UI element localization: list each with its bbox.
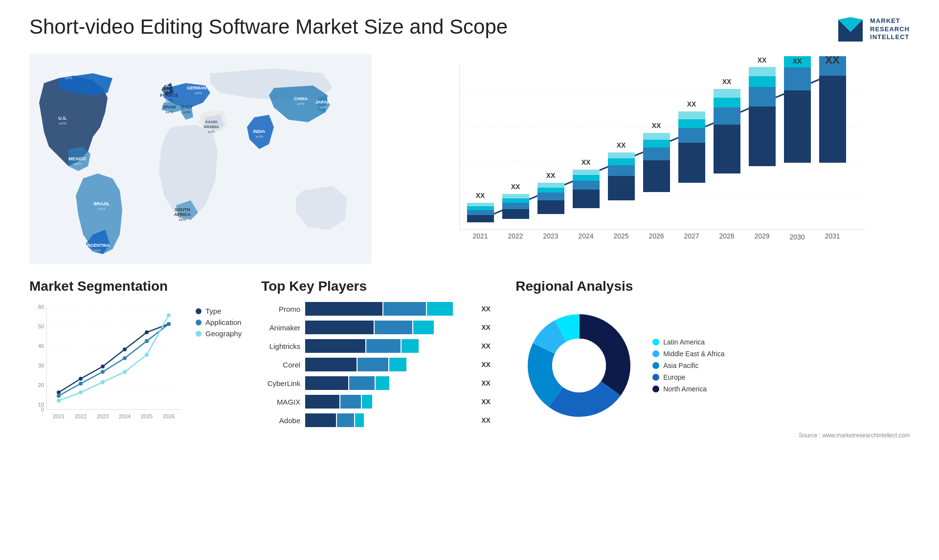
player-val-lightricks: XX (481, 342, 496, 350)
svg-text:2021: 2021 (53, 413, 65, 419)
svg-rect-97 (784, 90, 811, 163)
key-players-title: Top Key Players (261, 279, 496, 294)
bar-seg2 (366, 339, 401, 353)
player-bar-promo (305, 302, 476, 316)
svg-rect-91 (749, 107, 776, 166)
svg-rect-61 (573, 190, 600, 208)
svg-text:XX: XX (758, 56, 767, 64)
svg-text:2025: 2025 (613, 232, 628, 240)
svg-text:2022: 2022 (75, 413, 87, 419)
svg-text:XX: XX (825, 54, 840, 66)
svg-text:2024: 2024 (119, 413, 131, 419)
segmentation-title: Market Segmentation (29, 279, 242, 294)
svg-text:XX: XX (546, 172, 556, 179)
player-val-cyberlink: XX (481, 379, 496, 387)
bar-seg3 (389, 358, 406, 371)
player-bar-lightricks (305, 339, 476, 353)
bar-seg3 (355, 413, 364, 427)
player-row-lightricks: Lightricks XX (261, 339, 496, 353)
player-row-cyberlink: CyberLink XX (261, 376, 496, 390)
player-name-magix: MAGIX (261, 398, 300, 406)
svg-point-139 (79, 390, 83, 394)
svg-text:SAUDI: SAUDI (205, 120, 218, 124)
svg-point-143 (167, 313, 171, 317)
svg-text:2023: 2023 (97, 413, 109, 419)
svg-text:xx%: xx% (65, 76, 72, 80)
svg-point-130 (145, 330, 149, 334)
bar-seg2 (337, 413, 354, 427)
player-bar-adobe (305, 413, 476, 427)
svg-text:2026: 2026 (648, 232, 664, 240)
svg-point-129 (123, 347, 127, 351)
svg-point-137 (167, 322, 171, 326)
svg-rect-80 (678, 128, 705, 143)
svg-rect-55 (537, 200, 564, 214)
player-name-lightricks: Lightricks (261, 342, 300, 350)
bar-seg1 (305, 302, 382, 316)
donut-chart (515, 302, 643, 429)
bar-seg3 (376, 376, 389, 390)
svg-rect-69 (608, 158, 635, 165)
player-val-corel: XX (481, 361, 496, 368)
svg-text:50: 50 (38, 323, 44, 329)
svg-point-142 (145, 353, 149, 357)
svg-text:XX: XX (687, 100, 696, 108)
svg-rect-57 (537, 188, 564, 193)
svg-rect-43 (467, 215, 494, 222)
svg-text:ARGENTINA: ARGENTINA (84, 243, 110, 248)
svg-text:2024: 2024 (578, 232, 593, 240)
svg-text:40: 40 (38, 343, 44, 349)
players-list: Promo XX Animaker XX (261, 302, 496, 427)
svg-point-128 (101, 365, 105, 368)
legend-application: Application (196, 318, 242, 326)
player-bar-magix (305, 395, 476, 409)
svg-text:XX: XX (511, 183, 520, 191)
svg-text:JAPAN: JAPAN (315, 100, 330, 105)
svg-text:2025: 2025 (141, 413, 153, 419)
bar-seg1 (305, 358, 357, 371)
svg-text:xx%: xx% (98, 207, 105, 211)
svg-rect-86 (714, 108, 740, 125)
svg-text:FRANCE: FRANCE (160, 93, 179, 98)
svg-point-135 (123, 356, 127, 360)
legend-dot-type (196, 308, 201, 314)
key-players-container: Top Key Players Promo XX Animaker (261, 279, 496, 427)
svg-point-140 (101, 380, 105, 384)
bar-seg2 (349, 376, 375, 390)
svg-point-127 (79, 377, 83, 381)
svg-rect-87 (714, 98, 740, 108)
bar-seg1 (305, 321, 374, 334)
player-name-promo: Promo (261, 305, 300, 313)
regional-container: Regional Analysis (515, 279, 910, 439)
svg-rect-63 (573, 175, 600, 181)
svg-rect-81 (678, 119, 705, 128)
svg-text:2023: 2023 (543, 232, 558, 240)
svg-rect-67 (608, 176, 635, 200)
svg-text:xx%: xx% (255, 134, 263, 139)
top-section: CANADA xx% U.S. xx% MEXICO xx% BRAZIL xx… (29, 54, 910, 264)
player-row-corel: Corel XX (261, 358, 496, 371)
svg-text:2029: 2029 (754, 232, 769, 240)
bar-seg3 (402, 339, 419, 353)
svg-rect-62 (573, 181, 600, 190)
svg-rect-50 (502, 203, 529, 209)
map-container: CANADA xx% U.S. xx% MEXICO xx% BRAZIL xx… (29, 54, 372, 264)
player-val-animaker: XX (481, 323, 496, 331)
svg-text:xx%: xx% (319, 105, 326, 109)
svg-rect-46 (467, 203, 494, 206)
logo-container: MARKET RESEARCH INTELLECT (836, 15, 910, 44)
svg-rect-49 (502, 209, 529, 219)
svg-text:2021: 2021 (472, 232, 488, 240)
svg-point-132 (57, 394, 61, 398)
source-text: Source : www.marketresearchintellect.com (515, 432, 910, 439)
bar-seg1 (305, 395, 339, 409)
player-name-adobe: Adobe (261, 416, 300, 425)
svg-text:xx%: xx% (179, 217, 186, 222)
page-wrapper: Short-video Editing Software Market Size… (0, 0, 939, 560)
growth-chart: XX 2021 XX 2022 XX 2023 (391, 54, 910, 264)
svg-text:2027: 2027 (684, 232, 699, 240)
svg-text:xx%: xx% (165, 110, 173, 114)
svg-rect-70 (608, 152, 635, 158)
svg-rect-45 (467, 206, 494, 210)
svg-rect-56 (537, 193, 564, 200)
